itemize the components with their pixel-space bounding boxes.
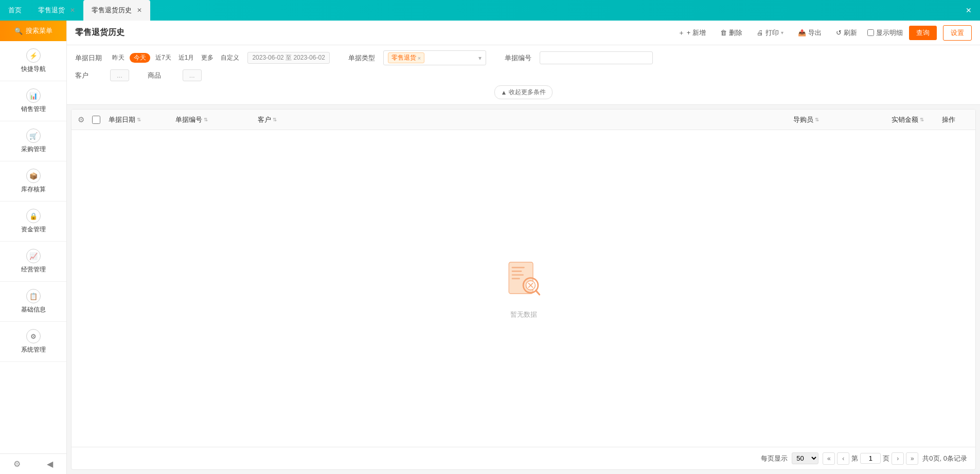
settings-button[interactable]: 设置 bbox=[943, 25, 972, 41]
refresh-icon: ↺ bbox=[836, 29, 842, 37]
page-title: 零售退货历史 bbox=[75, 27, 124, 38]
display-toggle[interactable]: 显示明细 bbox=[867, 28, 903, 38]
sort-guide-icon: ⇅ bbox=[815, 117, 819, 122]
new-icon: ＋ bbox=[678, 28, 685, 38]
inventory-icon: 📦 bbox=[26, 169, 41, 183]
sidebar-item-sales-mgmt[interactable]: 📊 销售管理 bbox=[0, 81, 66, 121]
customer-label: 客户 bbox=[75, 71, 104, 80]
tab-home[interactable]: 首页 bbox=[0, 0, 30, 21]
sort-customer-icon: ⇅ bbox=[273, 117, 277, 122]
table-settings-icon[interactable]: ⚙ bbox=[78, 115, 84, 124]
date-btn-7days[interactable]: 近7天 bbox=[153, 53, 173, 63]
table-header: ⚙ 单据日期 ⇅ 单据编号 ⇅ 客户 ⇅ 导购员 bbox=[72, 110, 975, 130]
customer-input[interactable]: ... bbox=[110, 69, 129, 81]
empty-text: 暂无数据 bbox=[510, 310, 537, 319]
next-page-btn[interactable]: › bbox=[892, 452, 904, 465]
sidebar-menu: ⚡ 快捷导航 📊 销售管理 🛒 采购管理 📦 库存核算 🔒 资金管理 📈 bbox=[0, 41, 66, 453]
quick-nav-icon: ⚡ bbox=[26, 48, 41, 63]
print-icon: 🖨 bbox=[757, 29, 763, 37]
date-filter-label: 单据日期 bbox=[75, 53, 104, 63]
last-page-btn[interactable]: » bbox=[906, 452, 918, 465]
close-retail-return-history-tab[interactable]: ✕ bbox=[137, 7, 142, 14]
table-area: ⚙ 单据日期 ⇅ 单据编号 ⇅ 客户 ⇅ 导购员 bbox=[71, 109, 976, 470]
empty-illustration bbox=[501, 258, 547, 304]
page-header: 零售退货历史 ＋ + 新增 🗑 删除 🖨 打印 ▾ 📤 导出 bbox=[67, 21, 980, 45]
doc-type-remove[interactable]: × bbox=[418, 55, 421, 61]
col-header-guide[interactable]: 导购员 ⇅ bbox=[789, 115, 866, 124]
tab-retail-return-history[interactable]: 零售退货历史 ✕ bbox=[83, 0, 150, 21]
filter-area: 单据日期 昨天 今天 近7天 近1月 更多 自定义 2023-06-02 至 2… bbox=[67, 45, 980, 105]
query-button[interactable]: 查询 bbox=[909, 26, 937, 40]
sidebar-item-inventory[interactable]: 📦 库存核算 bbox=[0, 161, 66, 202]
page-number-input[interactable] bbox=[860, 453, 881, 464]
sidebar-item-basic-info[interactable]: 📋 基础信息 bbox=[0, 282, 66, 322]
system-mgmt-icon: ⚙ bbox=[26, 329, 41, 343]
search-icon: 🔍 bbox=[14, 27, 23, 35]
header-actions: ＋ + 新增 🗑 删除 🖨 打印 ▾ 📤 导出 ↺ bbox=[674, 25, 972, 41]
date-btn-yesterday[interactable]: 昨天 bbox=[110, 53, 127, 63]
col-header-amount[interactable]: 实销金额 ⇅ bbox=[866, 115, 928, 124]
sidebar: 🔍 搜索菜单 ⚡ 快捷导航 📊 销售管理 🛒 采购管理 📦 库存核算 🔒 bbox=[0, 21, 67, 474]
finance-mgmt-icon: 🔒 bbox=[26, 209, 41, 223]
prev-page-btn[interactable]: ‹ bbox=[837, 452, 849, 465]
pagination: 每页显示 20 50 100 200 « ‹ 第 页 › » 共0页, 0条记录 bbox=[72, 447, 975, 469]
col-header-action: 操作 bbox=[928, 115, 969, 124]
collapse-sidebar-icon[interactable]: ◀ bbox=[47, 459, 53, 469]
display-toggle-checkbox[interactable] bbox=[867, 29, 874, 36]
select-all-checkbox[interactable] bbox=[92, 116, 100, 124]
content-area: 零售退货历史 ＋ + 新增 🗑 删除 🖨 打印 ▾ 📤 导出 bbox=[67, 21, 980, 474]
tab-retail-return[interactable]: 零售退货 ✕ bbox=[30, 0, 83, 21]
delete-button[interactable]: 🗑 删除 bbox=[716, 26, 746, 40]
sidebar-item-system-mgmt[interactable]: ⚙ 系统管理 bbox=[0, 322, 66, 362]
top-bar: 首页 零售退货 ✕ 零售退货历史 ✕ ✕ bbox=[0, 0, 980, 21]
sidebar-item-purchase-mgmt[interactable]: 🛒 采购管理 bbox=[0, 121, 66, 161]
sidebar-item-quick-nav[interactable]: ⚡ 快捷导航 bbox=[0, 41, 66, 81]
goods-input[interactable]: ... bbox=[183, 69, 202, 81]
sidebar-bottom: ⚙ ◀ bbox=[0, 453, 66, 474]
refresh-button[interactable]: ↺ 刷新 bbox=[832, 26, 861, 40]
new-button[interactable]: ＋ + 新增 bbox=[674, 26, 710, 40]
print-button[interactable]: 🖨 打印 ▾ bbox=[753, 26, 788, 40]
doc-type-dropdown-arrow[interactable]: ▾ bbox=[478, 54, 482, 62]
sidebar-item-finance-mgmt[interactable]: 🔒 资金管理 bbox=[0, 202, 66, 242]
sort-amount-icon: ⇅ bbox=[920, 117, 924, 122]
doc-type-label: 单据类型 bbox=[348, 53, 377, 63]
settings-bottom-icon[interactable]: ⚙ bbox=[13, 459, 21, 469]
collapse-filter-btn[interactable]: ▲ 收起更多条件 bbox=[494, 85, 553, 99]
date-shortcuts: 昨天 今天 近7天 近1月 更多 自定义 bbox=[110, 53, 241, 63]
first-page-btn[interactable]: « bbox=[823, 452, 835, 465]
print-dropdown-icon: ▾ bbox=[781, 30, 783, 35]
col-header-doc-no[interactable]: 单据编号 ⇅ bbox=[171, 115, 254, 124]
close-retail-return-tab[interactable]: ✕ bbox=[70, 7, 75, 14]
date-range-input[interactable]: 2023-06-02 至 2023-06-02 bbox=[247, 52, 329, 64]
date-btn-custom[interactable]: 自定义 bbox=[219, 53, 241, 63]
ops-mgmt-icon: 📈 bbox=[26, 249, 41, 263]
date-btn-more[interactable]: 更多 bbox=[199, 53, 216, 63]
sidebar-search[interactable]: 🔍 搜索菜单 bbox=[0, 21, 66, 41]
page-unit: 页 bbox=[883, 454, 889, 463]
per-page-label: 每页显示 bbox=[761, 454, 788, 463]
doc-type-select[interactable]: 零售退货 × ▾ bbox=[383, 50, 486, 65]
export-button[interactable]: 📤 导出 bbox=[794, 26, 826, 40]
svg-rect-3 bbox=[511, 274, 523, 276]
per-page-select[interactable]: 20 50 100 200 bbox=[792, 452, 818, 464]
svg-line-7 bbox=[536, 290, 539, 295]
top-bar-close[interactable]: ✕ bbox=[966, 6, 980, 14]
basic-info-icon: 📋 bbox=[26, 289, 41, 303]
date-btn-today[interactable]: 今天 bbox=[130, 53, 150, 63]
sidebar-item-ops-mgmt[interactable]: 📈 经营管理 bbox=[0, 242, 66, 282]
col-header-date[interactable]: 单据日期 ⇅ bbox=[104, 115, 171, 124]
doc-type-tag: 零售退货 × bbox=[388, 52, 424, 63]
date-btn-1month[interactable]: 近1月 bbox=[176, 53, 197, 63]
tab-list: 首页 零售退货 ✕ 零售退货历史 ✕ bbox=[0, 0, 966, 21]
filter-row-2: 客户 ... 商品 ... bbox=[75, 69, 972, 81]
collapse-icon: ▲ bbox=[501, 89, 507, 96]
purchase-mgmt-icon: 🛒 bbox=[26, 129, 41, 143]
svg-rect-2 bbox=[511, 270, 522, 272]
goods-label: 商品 bbox=[148, 71, 176, 80]
col-header-customer[interactable]: 客户 ⇅ bbox=[254, 115, 789, 124]
total-info: 共0页, 0条记录 bbox=[922, 454, 967, 463]
sort-date-icon: ⇅ bbox=[137, 117, 141, 122]
doc-no-input[interactable] bbox=[540, 51, 653, 64]
delete-icon: 🗑 bbox=[720, 29, 727, 37]
